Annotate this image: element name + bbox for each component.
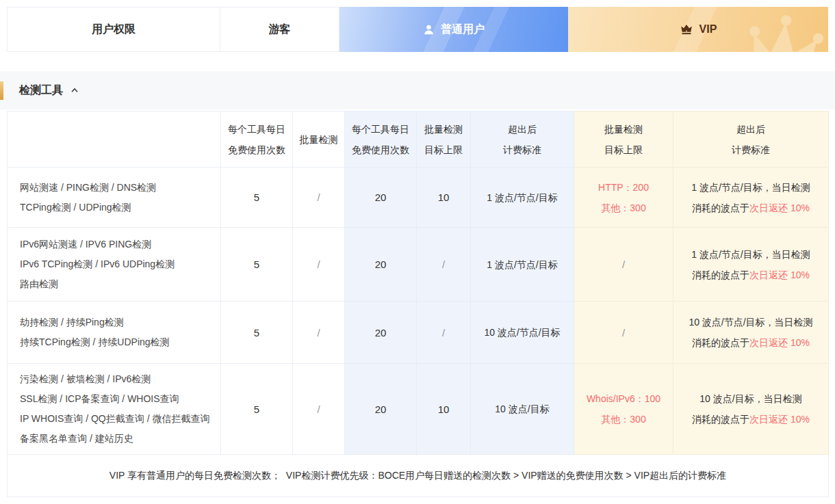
- section-title: 检测工具: [19, 83, 63, 98]
- footer-note: VIP 享有普通用户的每日免费检测次数； VIP检测计费优先级：BOCE用户每日…: [8, 470, 828, 482]
- tool-name: IPv6 TCPing检测 / IPv6 UDPing检测: [20, 254, 220, 274]
- value: /: [442, 327, 445, 339]
- tool-names-cell: 网站测速 / PING检测 / DNS检测 TCPing检测 / UDPing检…: [8, 168, 221, 228]
- vip-batch-line: HTTP：200: [574, 177, 673, 198]
- guest-batch-cell: /: [293, 228, 345, 302]
- header-line: 超出后: [471, 119, 574, 140]
- vip-batch-cell: /: [574, 228, 673, 302]
- tab-normal-user[interactable]: 普通用户: [339, 7, 568, 52]
- value: 5: [254, 258, 259, 270]
- table-row: 网站测速 / PING检测 / DNS检测 TCPing检测 / UDPing检…: [8, 168, 829, 228]
- header-line: 每个工具每日: [345, 119, 416, 140]
- header-tools-cell: [8, 111, 221, 168]
- vip-batch-line: 其他：300: [574, 409, 673, 429]
- value: 10 波点/节点/目标: [484, 327, 560, 338]
- tool-name: TCPing检测 / UDPing检测: [20, 198, 220, 217]
- table-row: IPv6网站测速 / IPV6 PING检测 IPv6 TCPing检测 / I…: [8, 228, 829, 302]
- header-user-free-cell: 每个工具每日 免费使用次数: [345, 111, 417, 168]
- user-batch-cell: 10: [417, 168, 471, 228]
- value: 消耗的波点于: [692, 414, 749, 425]
- guest-batch-cell: /: [293, 168, 345, 228]
- guest-free-cell: 5: [221, 364, 293, 455]
- user-free-cell: 20: [345, 302, 417, 364]
- tool-names-cell: IPv6网站测速 / IPV6 PING检测 IPv6 TCPing检测 / I…: [8, 228, 221, 302]
- value: 10: [438, 191, 450, 203]
- value: /: [317, 258, 320, 270]
- guest-batch-cell: /: [293, 302, 345, 364]
- tool-name: 路由检测: [20, 274, 220, 294]
- vip-batch-cell: Whois/IPv6：100 其他：300: [574, 364, 673, 455]
- section-header: 检测工具: [0, 71, 835, 109]
- header-line: 计费标准: [471, 140, 574, 160]
- table-row: 劫持检测 / 持续Ping检测 持续TCPing检测 / 持续UDPing检测 …: [8, 302, 829, 364]
- tab-normal-user-label: 普通用户: [441, 23, 485, 37]
- header-user-batch-cell: 批量检测 目标上限: [417, 111, 471, 168]
- tab-header-label: 用户权限: [92, 23, 136, 37]
- user-billing-cell: 10 波点/节点/目标: [471, 302, 574, 364]
- header-guest-free-cell: 每个工具每日 免费使用次数: [221, 111, 293, 168]
- user-billing-cell: 1 波点/节点/目标: [471, 228, 574, 302]
- tool-name: 持续TCPing检测 / 持续UDPing检测: [20, 332, 220, 352]
- header-user-billing-cell: 超出后 计费标准: [471, 111, 574, 168]
- vip-billing-cell: 10 波点/节点/目标，当日检测 消耗的波点于次日返还 10%: [673, 302, 829, 364]
- value: 5: [254, 327, 259, 339]
- tab-guest-label: 游客: [269, 23, 291, 37]
- tab-bar: 用户权限 游客 普通用户 v VIP: [7, 7, 828, 52]
- tab-vip[interactable]: v VIP: [568, 7, 828, 52]
- header-line: 批量检测: [293, 129, 344, 150]
- guest-free-cell: 5: [221, 302, 293, 364]
- value: /: [622, 258, 625, 270]
- value: 20: [375, 327, 387, 339]
- header-line: 免费使用次数: [345, 140, 416, 160]
- header-vip-billing-cell: 超出后 计费标准: [673, 111, 829, 168]
- user-free-cell: 20: [345, 168, 417, 228]
- vip-billing-line: 10 波点/目标，当日检测: [673, 388, 828, 409]
- value: 20: [375, 191, 387, 203]
- tool-name: 网站测速 / PING检测 / DNS检测: [20, 178, 220, 198]
- tool-names-cell: 污染检测 / 被墙检测 / IPv6检测 SSL检测 / ICP备案查询 / W…: [8, 364, 221, 455]
- vip-billing-line: 1 波点/节点/目标，当日检测: [673, 177, 828, 198]
- value: /: [317, 327, 320, 339]
- tool-name: SSL检测 / ICP备案查询 / WHOIS查询: [20, 389, 220, 409]
- vip-batch-line: Whois/IPv6：100: [574, 388, 673, 409]
- value-red: 次日返还 10%: [749, 269, 810, 280]
- crown-icon: [680, 23, 693, 36]
- value-red: 次日返还 10%: [749, 202, 810, 213]
- header-vip-batch-cell: 批量检测 目标上限: [574, 111, 673, 168]
- user-billing-cell: 10 波点/目标: [471, 364, 574, 455]
- value-red: 次日返还 10%: [749, 414, 810, 425]
- value: 20: [375, 258, 387, 270]
- value: 1 波点/节点/目标: [487, 192, 557, 203]
- table-row: 污染检测 / 被墙检测 / IPv6检测 SSL检测 / ICP备案查询 / W…: [8, 364, 829, 455]
- user-batch-cell: /: [417, 228, 471, 302]
- vip-billing-cell: 1 波点/节点/目标，当日检测 消耗的波点于次日返还 10%: [673, 168, 829, 228]
- tool-names-cell: 劫持检测 / 持续Ping检测 持续TCPing检测 / 持续UDPing检测: [8, 302, 221, 364]
- user-billing-cell: 1 波点/节点/目标: [471, 168, 574, 228]
- guest-free-cell: 5: [221, 228, 293, 302]
- value: 10: [438, 403, 450, 415]
- header-line: 批量检测: [574, 119, 673, 140]
- vip-billing-line: 消耗的波点于次日返还 10%: [673, 409, 828, 429]
- vip-billing-cell: 10 波点/目标，当日检测 消耗的波点于次日返还 10%: [673, 364, 829, 455]
- value: /: [622, 327, 625, 339]
- vip-billing-line: 消耗的波点于次日返还 10%: [673, 198, 828, 218]
- header-line: 目标上限: [574, 140, 673, 160]
- vip-billing-line: 消耗的波点于次日返还 10%: [673, 332, 828, 353]
- value: 1 波点/节点/目标: [487, 259, 557, 270]
- table-footer-row: VIP 享有普通用户的每日免费检测次数； VIP检测计费优先级：BOCE用户每日…: [8, 455, 829, 497]
- vip-billing-line: 消耗的波点于次日返还 10%: [673, 265, 828, 285]
- tab-guest[interactable]: 游客: [220, 7, 339, 52]
- permissions-table: 每个工具每日 免费使用次数 批量检测 每个工具每日 免费使用次数 批量检测 目标…: [7, 111, 829, 497]
- table-header-row: 每个工具每日 免费使用次数 批量检测 每个工具每日 免费使用次数 批量检测 目标…: [8, 111, 829, 168]
- collapse-caret-icon[interactable]: [70, 85, 79, 95]
- header-guest-batch-cell: 批量检测: [293, 111, 345, 168]
- vip-batch-cell: HTTP：200 其他：300: [574, 168, 673, 228]
- tab-header-user-permissions: 用户权限: [7, 7, 220, 52]
- value: 5: [254, 403, 259, 415]
- section-accent-bar: [0, 81, 3, 100]
- user-batch-cell: /: [417, 302, 471, 364]
- value-red: 次日返还 10%: [749, 337, 810, 348]
- guest-free-cell: 5: [221, 168, 293, 228]
- tool-name: IPv6网站测速 / IPV6 PING检测: [20, 235, 220, 254]
- vip-billing-cell: 1 波点/节点/目标，当日检测 消耗的波点于次日返还 10%: [673, 228, 829, 302]
